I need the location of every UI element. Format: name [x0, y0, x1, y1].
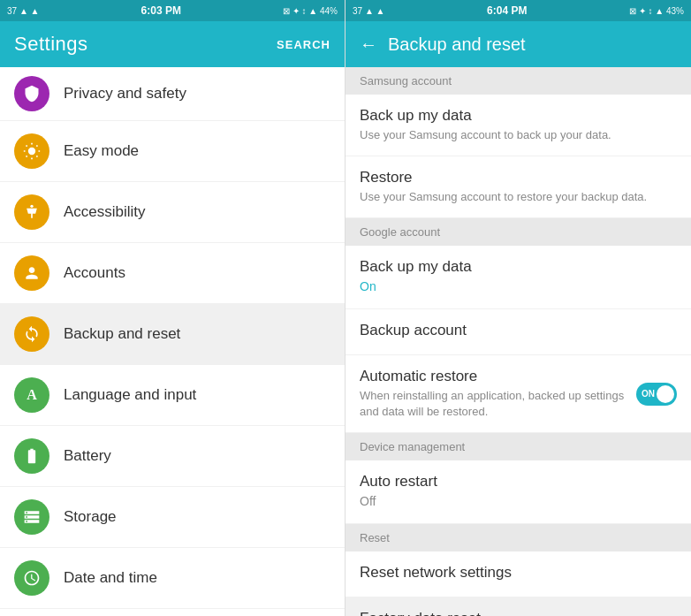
left-status-time: 6:03 PM — [141, 4, 181, 17]
back-up-google-item[interactable]: Back up my data On — [346, 246, 691, 309]
auto-restart-title: Auto restart — [360, 473, 677, 491]
settings-list: Privacy and safety Easy mode Accessibili… — [0, 67, 345, 616]
sidebar-item-privacy[interactable]: Privacy and safety — [0, 67, 345, 121]
sidebar-item-battery[interactable]: Battery — [0, 426, 345, 487]
svg-point-0 — [28, 148, 35, 155]
easy-mode-icon — [14, 133, 49, 169]
auto-restart-status: Off — [360, 493, 677, 511]
language-icon: A — [14, 377, 49, 413]
sidebar-item-accessibility[interactable]: Accessibility — [0, 182, 345, 243]
back-up-google-title: Back up my data — [360, 258, 677, 276]
left-status-bar: 37 ▲ ▲ 6:03 PM ⊠ ✦ ↕ ▲ 44% — [0, 0, 345, 21]
sidebar-item-help[interactable]: ? Help — [0, 609, 345, 616]
factory-reset-title: Factory data reset — [360, 610, 677, 616]
restore-samsung-subtitle: Use your Samsung account to restore your… — [360, 189, 677, 205]
sidebar-item-accounts[interactable]: Accounts — [0, 243, 345, 304]
date-time-icon — [14, 560, 49, 596]
sidebar-item-accounts-label: Accounts — [64, 264, 125, 282]
sidebar-item-date-time[interactable]: Date and time — [0, 548, 345, 609]
sidebar-item-privacy-label: Privacy and safety — [64, 85, 186, 103]
reset-section-header: Reset — [346, 524, 691, 551]
left-panel: 37 ▲ ▲ 6:03 PM ⊠ ✦ ↕ ▲ 44% Settings SEAR… — [0, 0, 346, 616]
right-status-left-icons: 37 ▲ ▲ — [353, 6, 384, 16]
storage-icon — [14, 499, 49, 535]
toggle-knob — [657, 385, 674, 403]
backup-account-item[interactable]: Backup account — [346, 309, 691, 355]
backup-reset-content: Samsung account Back up my data Use your… — [346, 67, 691, 616]
auto-restore-toggle[interactable]: ON — [636, 383, 677, 406]
sidebar-item-backup[interactable]: Backup and reset — [0, 304, 345, 365]
restore-samsung-title: Restore — [360, 169, 677, 186]
right-status-right-icons: ⊠ ✦ ↕ ▲ 43% — [629, 6, 684, 16]
backup-icon — [14, 316, 49, 352]
accounts-icon — [14, 255, 49, 291]
svg-point-1 — [30, 205, 33, 208]
battery-icon — [14, 438, 49, 474]
back-up-samsung-title: Back up my data — [360, 107, 677, 125]
privacy-icon — [14, 76, 49, 111]
sidebar-item-battery-label: Battery — [64, 447, 111, 465]
sidebar-item-storage-label: Storage — [64, 508, 117, 526]
restore-samsung-item[interactable]: Restore Use your Samsung account to rest… — [346, 156, 691, 218]
accessibility-icon — [14, 194, 49, 230]
left-status-right-icons: ⊠ ✦ ↕ ▲ 44% — [283, 6, 338, 16]
auto-restore-subtitle: When reinstalling an application, backed… — [360, 388, 627, 420]
toggle-on-label: ON — [642, 389, 655, 399]
factory-reset-item[interactable]: Factory data reset — [346, 597, 691, 616]
sidebar-item-storage[interactable]: Storage — [0, 487, 345, 548]
back-up-google-status: On — [360, 278, 677, 296]
sidebar-item-backup-label: Backup and reset — [64, 325, 180, 343]
auto-restore-title: Automatic restore — [360, 368, 627, 385]
sidebar-item-easy-mode[interactable]: Easy mode — [0, 121, 345, 182]
sidebar-item-language-label: Language and input — [64, 386, 196, 404]
sidebar-item-accessibility-label: Accessibility — [64, 203, 146, 221]
right-status-time: 6:04 PM — [487, 4, 527, 17]
samsung-account-header: Samsung account — [346, 67, 691, 95]
left-header: Settings SEARCH — [0, 21, 345, 67]
sidebar-item-date-time-label: Date and time — [64, 569, 157, 587]
back-up-samsung-item[interactable]: Back up my data Use your Samsung account… — [346, 95, 691, 156]
sidebar-item-language[interactable]: A Language and input — [0, 365, 345, 426]
right-header: ← Backup and reset — [346, 21, 691, 67]
back-button[interactable]: ← — [360, 34, 377, 55]
sidebar-item-easy-mode-label: Easy mode — [64, 142, 139, 160]
backup-account-title: Backup account — [360, 322, 677, 339]
google-account-header: Google account — [346, 218, 691, 246]
back-up-samsung-subtitle: Use your Samsung account to back up your… — [360, 127, 677, 143]
auto-restore-item[interactable]: Automatic restore When reinstalling an a… — [346, 355, 691, 433]
auto-restart-item[interactable]: Auto restart Off — [346, 460, 691, 524]
search-button[interactable]: SEARCH — [277, 38, 330, 51]
backup-reset-title: Backup and reset — [388, 34, 526, 55]
device-management-header: Device management — [346, 433, 691, 460]
reset-network-item[interactable]: Reset network settings — [346, 551, 691, 597]
settings-title: Settings — [14, 33, 88, 56]
right-status-bar: 37 ▲ ▲ 6:04 PM ⊠ ✦ ↕ ▲ 43% — [346, 0, 691, 21]
reset-network-title: Reset network settings — [360, 564, 677, 582]
right-panel: 37 ▲ ▲ 6:04 PM ⊠ ✦ ↕ ▲ 43% ← Backup and … — [346, 0, 691, 616]
left-status-left-icons: 37 ▲ ▲ — [7, 6, 39, 16]
